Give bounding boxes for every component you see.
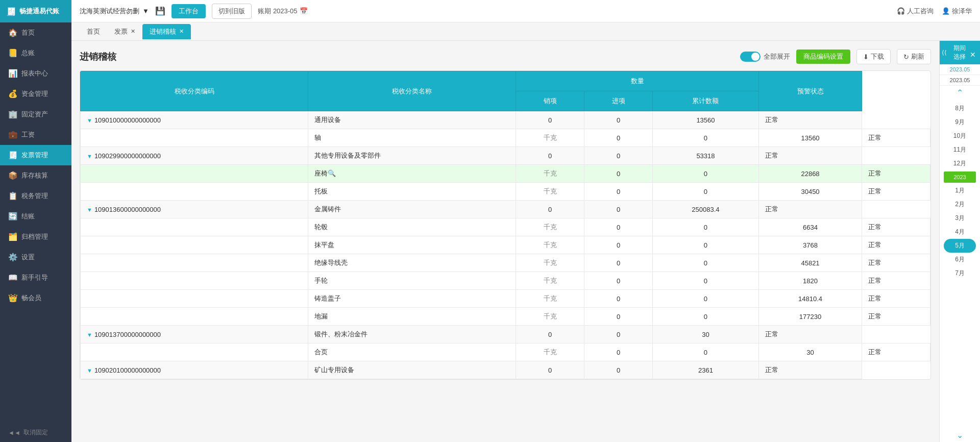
month-item-5月[interactable]: 5月 [944,239,976,253]
month-item-4月[interactable]: 4月 [940,225,980,239]
period-value: 2023-05 [273,7,298,15]
month-item-10月[interactable]: 10月 [940,129,980,143]
download-button[interactable]: ⬇ 下载 [856,49,891,64]
settle-icon: 🔄 [8,212,17,221]
month-item-6月[interactable]: 6月 [940,253,980,266]
collapse-icon[interactable]: ▼ [87,367,92,374]
search-icon[interactable]: 🔍 [328,169,336,177]
company-name: 沈海英测试经营勿删 [80,7,139,16]
sidebar-item-settings[interactable]: ⚙️ 设置 [0,247,71,267]
table-row [81,236,308,254]
reconcile-table: 税收分类编码 税收分类名称 数量 预警状态 销项 进项 累计数额 ▼1090 [80,71,930,379]
right-panel-header: ⟨⟨ 期间选择 ✕ [940,41,980,64]
table-row: ▼109013600000000000 [81,201,308,218]
collapse-icon[interactable]: ▼ [87,207,92,213]
switch-version-button[interactable]: 切到旧版 [212,4,252,19]
tab-reconcile[interactable]: 进销稽核 ✕ [142,24,191,39]
sidebar-item-label: 报表中心 [21,69,48,78]
sidebar-item-member[interactable]: 👑 畅会员 [0,288,71,308]
sidebar-item-invoice[interactable]: 🧾 发票管理 [0,145,71,165]
archive-icon: 🗂️ [8,232,17,241]
scroll-up-arrow[interactable]: ⌃ [940,86,980,100]
month-item-8月[interactable]: 8月 [940,102,980,115]
dropdown-icon: ▼ [142,7,149,15]
sidebar-item-label: 新手引导 [21,273,48,282]
th-total: 累计数额 [652,91,758,111]
close-panel-icon[interactable]: ✕ [970,51,976,59]
tab-reconcile-close[interactable]: ✕ [179,28,184,35]
month-item-2月[interactable]: 2月 [940,198,980,211]
sidebar-item-tax[interactable]: 📋 税务管理 [0,186,71,206]
sidebar-item-home[interactable]: 🏠 首页 [0,22,71,43]
collapse-icon[interactable]: ▼ [87,332,92,338]
collapse-icon[interactable]: ▼ [87,153,92,159]
table-row: ▼109010000000000000 [81,111,308,129]
content-area: 进销稽核 全部展开 商品编码设置 ⬇ 下载 ↻ 刷新 [71,41,980,442]
sidebar-unpin[interactable]: ◄◄ 取消固定 [0,423,71,442]
user-icon: 👤 [942,7,950,15]
sidebar-logo: 🧾 畅捷通易代账 [0,0,71,22]
assets-icon: 🏢 [8,110,17,119]
download-label: 下载 [871,52,884,61]
table-row [81,290,308,308]
th-quantity: 数量 [516,71,759,91]
service-label: 人工咨询 [907,7,934,16]
month-item-1月[interactable]: 1月 [940,184,980,198]
save-icon: 💾 [155,6,165,16]
tab-invoice[interactable]: 发票 ✕ [107,24,142,39]
refresh-icon: ↻ [903,53,909,61]
home-icon: 🏠 [8,28,17,37]
month-item-12月[interactable]: 12月 [940,157,980,170]
workspace-button[interactable]: 工作台 [172,4,206,18]
table-row [81,254,308,272]
user-menu[interactable]: 👤 徐泽华 [942,7,972,16]
sidebar-item-label: 畅会员 [21,293,41,303]
month-item-3月[interactable]: 3月 [940,211,980,225]
page-title: 进销稽核 [80,51,740,63]
sidebar: 🧾 畅捷通易代账 🏠 首页 📒 总账 📊 报表中心 💰 资金管理 🏢 固定资产 … [0,0,71,442]
salary-icon: 💼 [8,130,17,139]
expand-toggle[interactable] [740,52,761,62]
sidebar-item-ledger[interactable]: 📒 总账 [0,43,71,63]
tab-reconcile-label: 进销稽核 [150,27,176,36]
sidebar-item-label: 资金管理 [21,89,48,99]
sidebar-item-inventory[interactable]: 📦 库存核算 [0,165,71,186]
company-selector[interactable]: 沈海英测试经营勿删 ▼ [80,7,149,16]
sidebar-item-assets[interactable]: 🏢 固定资产 [0,104,71,125]
sidebar-item-label: 结账 [21,212,35,221]
month-item-7月[interactable]: 7月 [940,266,980,280]
tab-home[interactable]: 首页 [80,24,107,39]
th-sale: 销项 [516,91,584,111]
sidebar-item-label: 库存核算 [21,171,48,180]
sidebar-item-funds[interactable]: 💰 资金管理 [0,84,71,104]
sidebar-item-archive[interactable]: 🗂️ 归档管理 [0,227,71,247]
sidebar-item-settle[interactable]: 🔄 结账 [0,206,71,227]
collapse-icon[interactable]: ▼ [87,117,92,124]
table-row: ▼109020100000000000 [81,361,308,379]
inventory-icon: 📦 [8,171,17,180]
service-button[interactable]: 🎧 人工咨询 [897,7,934,16]
funds-icon: 💰 [8,89,17,99]
page-header: 进销稽核 全部展开 商品编码设置 ⬇ 下载 ↻ 刷新 [80,49,931,64]
year-period-top: 2023.05 [940,64,980,75]
month-item-11月[interactable]: 11月 [940,143,980,157]
table-row [81,343,308,361]
refresh-button[interactable]: ↻ 刷新 [897,49,931,64]
product-code-button[interactable]: 商品编码设置 [796,50,850,64]
calendar-icon: 📅 [300,7,308,15]
scroll-down-arrow[interactable]: ⌄ [940,428,980,442]
sidebar-item-report[interactable]: 📊 报表中心 [0,63,71,84]
guide-icon: 📖 [8,273,17,282]
sidebar-item-label: 发票管理 [21,151,48,160]
report-icon: 📊 [8,69,17,78]
tab-invoice-close[interactable]: ✕ [131,28,135,35]
sidebar-item-label: 税务管理 [21,191,48,201]
sidebar-item-guide[interactable]: 📖 新手引导 [0,267,71,288]
expand-left-icon[interactable]: ⟨⟨ [942,49,947,56]
download-icon: ⬇ [863,53,869,61]
logo-text: 畅捷通易代账 [19,7,59,16]
sidebar-item-label: 设置 [21,253,35,262]
page-content: 进销稽核 全部展开 商品编码设置 ⬇ 下载 ↻ 刷新 [71,41,939,442]
month-item-9月[interactable]: 9月 [940,115,980,129]
sidebar-item-salary[interactable]: 💼 工资 [0,125,71,145]
